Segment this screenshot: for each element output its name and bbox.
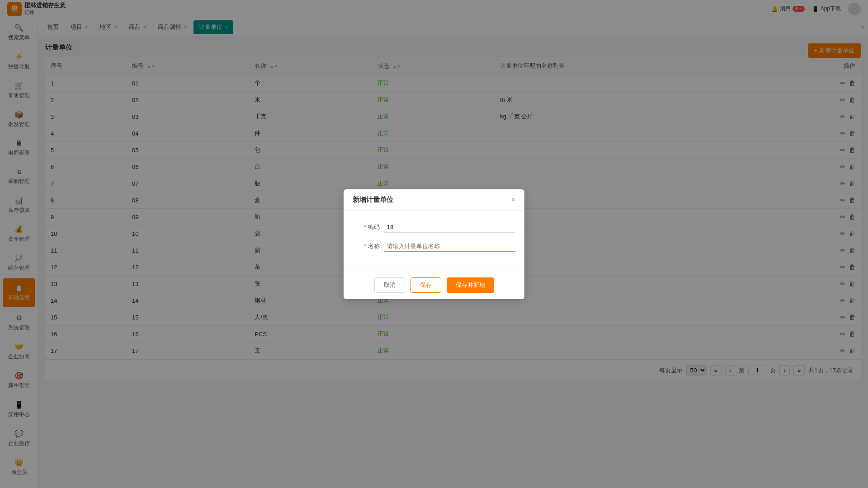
modal-overlay: 新增计量单位 × 编码 名称 取消 保存 保存并新增 bbox=[0, 0, 868, 488]
modal-header: 新增计量单位 × bbox=[344, 189, 524, 211]
code-input[interactable] bbox=[384, 222, 515, 233]
form-item-name: 名称 bbox=[353, 241, 515, 252]
add-unit-modal: 新增计量单位 × 编码 名称 取消 保存 保存并新增 bbox=[344, 189, 524, 299]
cancel-button[interactable]: 取消 bbox=[374, 277, 405, 293]
modal-close-button[interactable]: × bbox=[511, 196, 515, 204]
modal-footer: 取消 保存 保存并新增 bbox=[344, 271, 524, 299]
name-label: 名称 bbox=[353, 242, 380, 250]
modal-body: 编码 名称 bbox=[344, 211, 524, 271]
form-item-code: 编码 bbox=[353, 222, 515, 233]
name-input[interactable] bbox=[384, 241, 515, 252]
save-button[interactable]: 保存 bbox=[410, 277, 441, 293]
modal-title: 新增计量单位 bbox=[353, 196, 393, 204]
code-label: 编码 bbox=[353, 223, 380, 231]
save-and-new-button[interactable]: 保存并新增 bbox=[447, 277, 494, 293]
